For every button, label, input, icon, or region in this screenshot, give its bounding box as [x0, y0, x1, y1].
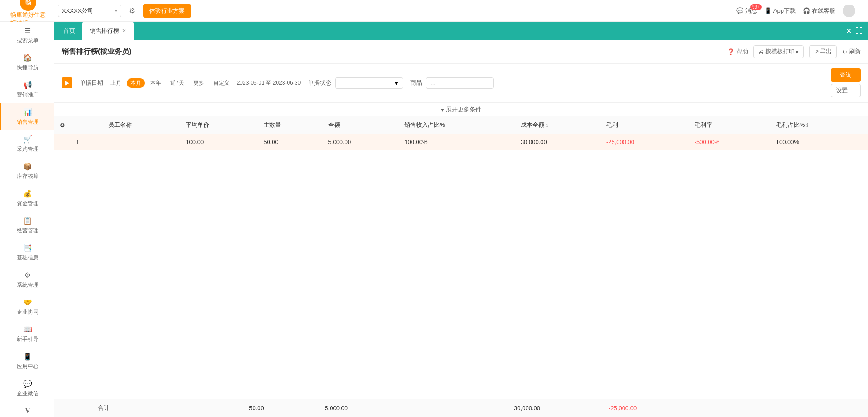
print-chevron-icon: ▾ [796, 48, 799, 55]
refresh-btn[interactable]: ↻ 刷新 [842, 48, 861, 56]
col-amount-header: 全额 [323, 116, 399, 134]
message-btn[interactable]: 💬 消息 99+ [736, 7, 757, 15]
col-cost-header: 成本全额 ℹ [515, 116, 601, 134]
col-settings-header[interactable]: ⚙ [54, 116, 71, 134]
wechat-icon: 💬 [23, 379, 32, 388]
sidebar-item-search-order[interactable]: ☰ 搜索菜单 [0, 22, 54, 49]
content-area: 首页 销售排行榜 ✕ ✕ ⛶ 销售排行榜(按业务员) ❓ 帮助 [54, 22, 868, 417]
page-header: 销售排行榜(按业务员) ❓ 帮助 🖨 按模板打印 ▾ ↗ 导出 [54, 40, 868, 64]
col-name-header: 员工名称 [103, 116, 181, 134]
company-selector[interactable]: XXXXX公司 ▾ [58, 5, 121, 17]
company-name: XXXXX公司 [62, 7, 113, 15]
sidebar-item-app-center[interactable]: 📱 应用中心 [0, 348, 54, 375]
footer-amount-cell: 5,000.00 [319, 399, 414, 417]
refresh-icon: ↻ [842, 48, 847, 55]
date-tab-last-month[interactable]: 上月 [107, 78, 125, 88]
headset-icon: 🎧 [803, 7, 810, 14]
row-name-cell [103, 134, 181, 150]
tab-close-all-btn[interactable]: ✕ [846, 27, 852, 35]
tab-expand-btn[interactable]: ⛶ [855, 27, 863, 35]
system-icon: ⚙ [24, 271, 31, 279]
sidebar-item-member[interactable]: V 畅会员 [0, 402, 54, 417]
sales-icon: 📊 [23, 108, 32, 116]
sidebar-item-sales-mgmt[interactable]: 📊 销售管理 [0, 103, 54, 130]
sidebar-item-marketing[interactable]: 📢 营销推广 [0, 76, 54, 103]
col-gross-header: 毛利 [601, 116, 689, 134]
date-tab-this-year[interactable]: 本年 [147, 78, 165, 88]
footer-avg-price-cell [168, 399, 244, 417]
table-footer: 合计 50.00 5,000.00 30,000.00 -25,000.00 [54, 399, 868, 417]
trial-button[interactable]: 体验行业方案 [143, 4, 191, 18]
main-layout: ☰ 搜索菜单 🏠 快捷导航 📢 营销推广 📊 销售管理 🛒 采购管理 📦 库存核… [0, 22, 868, 417]
user-avatar[interactable] [843, 5, 855, 17]
col-gross-pct-header: 毛利占比% ℹ [771, 116, 868, 134]
date-tab-more[interactable]: 更多 [190, 78, 208, 88]
goods-dropdown[interactable]: ... [426, 77, 494, 89]
message-badge: 99+ [750, 4, 762, 10]
tab-home[interactable]: 首页 [56, 22, 82, 40]
col-sales-pct-header: 销售收入占比% [399, 116, 515, 134]
sidebar-item-finance[interactable]: 💰 资金管理 [0, 185, 54, 212]
sidebar-item-quick-nav[interactable]: 🏠 快捷导航 [0, 49, 54, 76]
col-avg-price-header: 平均单价 [180, 116, 258, 134]
sidebar-item-operations[interactable]: 📋 经营管理 [0, 212, 54, 239]
marketing-icon: 📢 [23, 81, 32, 89]
tab-sales-rank[interactable]: 销售排行榜 ✕ [82, 22, 134, 40]
status-label: 单据状态 [308, 79, 331, 87]
row-qty-cell: 50.00 [258, 134, 322, 150]
status-dropdown[interactable]: ▾ [335, 77, 403, 89]
date-label: 单据日期 [80, 79, 103, 87]
template-print-btn[interactable]: 🖨 按模板打印 ▾ [753, 45, 804, 58]
gross-pct-info-icon[interactable]: ℹ [806, 122, 808, 128]
goods-label: 商品 [410, 79, 422, 87]
app-download-btn[interactable]: 📱 App下载 [764, 7, 796, 15]
sidebar-item-wechat[interactable]: 💬 企业微信 [0, 375, 54, 402]
date-tabs: 上月 本月 本年 近7天 更多 自定义 [107, 78, 233, 88]
query-settings-col: 查询 设置 [831, 68, 861, 97]
row-cost-cell: 30,000.00 [515, 134, 601, 150]
expand-conditions-btn[interactable]: ▾ 展开更多条件 [54, 102, 868, 116]
tab-close-icon[interactable]: ✕ [122, 28, 126, 34]
row-gross-pct-cell: 100.00% [771, 134, 868, 150]
search-menu-icon: ☰ [24, 26, 31, 35]
date-tab-last-7[interactable]: 近7天 [167, 78, 188, 88]
date-tab-this-month[interactable]: 本月 [127, 78, 145, 88]
sidebar-item-purchase-mgmt[interactable]: 🛒 采购管理 [0, 130, 54, 158]
online-service-btn[interactable]: 🎧 在线客服 [803, 7, 835, 15]
sidebar-item-inventory[interactable]: 📦 库存核算 [0, 158, 54, 185]
row-settings-cell [54, 134, 71, 150]
goods-placeholder: ... [431, 80, 489, 86]
export-btn[interactable]: ↗ 导出 [809, 45, 837, 58]
cost-info-icon[interactable]: ℹ [546, 122, 548, 128]
row-sales-pct-cell: 100.00% [399, 134, 515, 150]
footer-sales-pct-cell [414, 399, 508, 417]
sidebar-item-basic-info[interactable]: 📑 基础信息 [0, 239, 54, 266]
company-settings-icon[interactable]: ⚙ [125, 4, 139, 18]
sidebar-item-enterprise-collab[interactable]: 🤝 企业协同 [0, 293, 54, 321]
date-range-text: 2023-06-01 至 2023-06-30 [237, 79, 301, 87]
footer-gross-rate-cell [698, 399, 792, 417]
data-table: ⚙ 员工名称 平均单价 主数量 全额 销售收入占比% 成本全额 ℹ 毛利 [54, 116, 868, 150]
sidebar-item-sys-mgmt[interactable]: ⚙ 系统管理 [0, 266, 54, 293]
query-button[interactable]: 查询 [831, 68, 861, 82]
footer-gross-cell: -25,000.00 [603, 399, 698, 417]
sidebar-item-guide[interactable]: 📖 新手引导 [0, 321, 54, 348]
status-chevron-icon: ▾ [395, 80, 398, 86]
help-btn[interactable]: ❓ 帮助 [727, 48, 748, 56]
footer-gross-pct-cell [792, 399, 868, 417]
footer-cost-cell: 30,000.00 [508, 399, 603, 417]
home-icon: 🏠 [23, 53, 32, 62]
filter-toggle-btn[interactable]: ▶ [62, 77, 72, 88]
purchase-icon: 🛒 [23, 135, 32, 144]
date-tab-custom[interactable]: 自定义 [210, 78, 233, 88]
footer-label-cell: 合计 [92, 399, 168, 417]
table-container: ⚙ 员工名称 平均单价 主数量 全额 销售收入占比% 成本全额 ℹ 毛利 [54, 116, 868, 399]
col-qty-header: 主数量 [258, 116, 322, 134]
settings-link[interactable]: 设置 [831, 84, 861, 97]
row-gross-cell: -25,000.00 [601, 134, 689, 150]
page-content: 销售排行榜(按业务员) ❓ 帮助 🖨 按模板打印 ▾ ↗ 导出 [54, 40, 868, 417]
export-icon: ↗ [814, 48, 819, 55]
col-rank-header [71, 116, 103, 134]
row-avg-price-cell: 100.00 [180, 134, 258, 150]
status-filter-section: 单据状态 ▾ [308, 77, 403, 89]
